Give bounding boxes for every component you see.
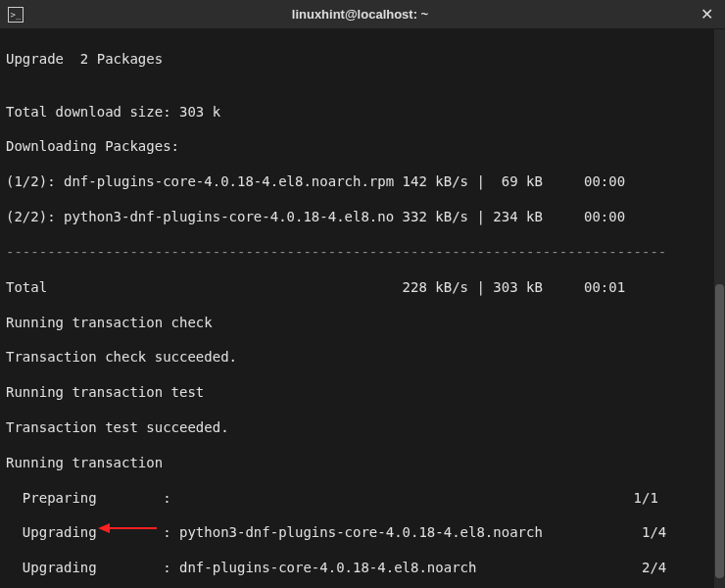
terminal-icon: >_: [8, 7, 24, 23]
output-line: Transaction check succeeded.: [6, 349, 719, 367]
close-button[interactable]: ✕: [697, 5, 717, 24]
output-line: Running transaction test: [6, 384, 719, 402]
output-line: Running transaction check: [6, 315, 719, 332]
output-line: Preparing : 1/1: [6, 490, 719, 508]
output-divider: ----------------------------------------…: [6, 244, 719, 262]
titlebar: >_ linuxhint@localhost: ~ ✕: [0, 0, 725, 29]
output-line: Transaction test succeeded.: [6, 419, 719, 437]
output-line: Upgrading : dnf-plugins-core-4.0.18-4.el…: [6, 560, 719, 577]
output-line: Downloading Packages:: [6, 138, 719, 156]
titlebar-left: >_: [8, 7, 24, 23]
output-line: (2/2): python3-dnf-plugins-core-4.0.18-4…: [6, 209, 719, 226]
output-line: Running transaction: [6, 455, 719, 472]
output-line: Total 228 kB/s | 303 kB 00:01: [6, 279, 719, 297]
scrollbar-thumb[interactable]: [715, 284, 724, 578]
output-line: (1/2): dnf-plugins-core-4.0.18-4.el8.noa…: [6, 173, 719, 191]
window-title: linuxhint@localhost: ~: [24, 7, 697, 22]
output-line: Upgrading : python3-dnf-plugins-core-4.0…: [6, 524, 719, 542]
scrollbar-track[interactable]: [714, 29, 725, 588]
terminal-output[interactable]: Upgrade 2 Packages Total download size: …: [0, 29, 725, 588]
output-line: Total download size: 303 k: [6, 104, 719, 122]
output-line: Upgrade 2 Packages: [6, 51, 719, 69]
